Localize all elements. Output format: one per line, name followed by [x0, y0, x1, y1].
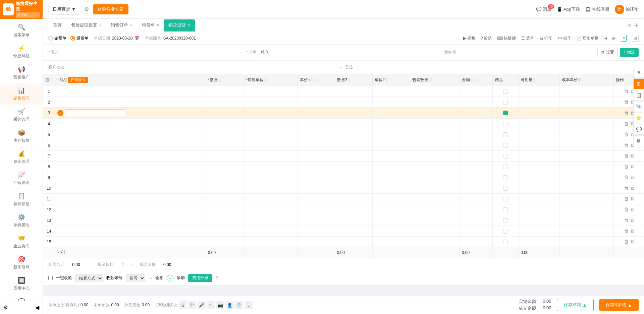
- pkg-cell-13[interactable]: [410, 215, 460, 226]
- select-action[interactable]: ☰选单: [521, 36, 534, 41]
- copy-row-icon-10[interactable]: ⧉: [631, 185, 634, 191]
- delete-row-icon-3[interactable]: 🗑: [624, 110, 629, 116]
- float-附件[interactable]: 📎: [633, 101, 644, 112]
- sidebar-item-system[interactable]: ⚙️系统管理: [0, 210, 43, 231]
- float-屏幕[interactable]: 🖥: [633, 135, 644, 146]
- cost-cell-9[interactable]: [560, 172, 614, 183]
- unit2-cell-4[interactable]: [372, 119, 410, 129]
- delete-row-icon-8[interactable]: 🗑: [624, 164, 629, 170]
- gift-checkbox-11[interactable]: [503, 197, 508, 201]
- delete-row-icon-1[interactable]: 🗑: [624, 88, 629, 94]
- pkg-cell-12[interactable]: [410, 204, 460, 215]
- print-action[interactable]: 🖨打印: [539, 36, 552, 41]
- unit-cell-9[interactable]: [243, 172, 298, 183]
- qty2-cell-2[interactable]: [335, 97, 372, 108]
- tool-camera[interactable]: 📷: [216, 301, 224, 309]
- avail-cell-14[interactable]: [519, 226, 560, 237]
- price-cell-8[interactable]: [298, 162, 335, 172]
- unit2-cell-2[interactable]: [372, 97, 410, 108]
- sidebar-item-inventory[interactable]: 📦库存核算: [0, 126, 43, 147]
- gift-cell-13[interactable]: [492, 215, 518, 226]
- qty-cell-11[interactable]: [206, 194, 243, 204]
- gift-checkbox-14[interactable]: [503, 229, 508, 234]
- unit-cell-4[interactable]: [243, 119, 298, 129]
- cost-cell-6[interactable]: [560, 140, 614, 151]
- qty-cell-2[interactable]: [206, 97, 243, 108]
- fee-dots[interactable]: ···: [149, 276, 152, 280]
- avail-cell-13[interactable]: [519, 215, 560, 226]
- qty-cell-6[interactable]: [206, 140, 243, 151]
- qty2-cell-10[interactable]: [335, 183, 372, 194]
- copy-row-icon-9[interactable]: ⧉: [631, 175, 634, 180]
- save-new-button[interactable]: 保存&新增 ▲: [599, 299, 639, 311]
- qty2-cell-13[interactable]: [335, 215, 372, 226]
- price-cell-14[interactable]: [298, 226, 335, 237]
- address-dots[interactable]: ···: [338, 65, 342, 70]
- tab-2[interactable]: 销售订单×: [106, 19, 137, 32]
- float-审批[interactable]: 📋: [633, 90, 644, 101]
- delete-row-icon-2[interactable]: 🗑: [624, 99, 629, 105]
- delete-row-icon-11[interactable]: 🗑: [624, 196, 629, 202]
- delete-row-icon-13[interactable]: 🗑: [624, 217, 629, 223]
- amount-cell-12[interactable]: [460, 204, 492, 215]
- delete-row-icon-9[interactable]: 🗑: [624, 175, 629, 180]
- unit2-cell-15[interactable]: [372, 237, 410, 247]
- history-action[interactable]: 📄历史单据: [577, 36, 599, 41]
- copy-row-icon-12[interactable]: ⧉: [631, 207, 634, 212]
- gift-checkbox-4[interactable]: [503, 122, 508, 126]
- calc-method-select[interactable]: 结算方式: [75, 274, 103, 282]
- warehouse-value[interactable]: 总仓: [259, 48, 435, 57]
- remark-input[interactable]: [356, 63, 639, 71]
- qty2-cell-12[interactable]: [335, 204, 372, 215]
- operate-action[interactable]: •••操作: [558, 36, 571, 41]
- price-cell-5[interactable]: [298, 129, 335, 140]
- gift-checkbox-10[interactable]: [503, 186, 508, 191]
- address-input[interactable]: [67, 63, 336, 71]
- tool-zh[interactable]: 中: [188, 301, 196, 309]
- delete-row-icon-4[interactable]: 🗑: [624, 121, 629, 127]
- qty2-cell-14[interactable]: [335, 226, 372, 237]
- unit-cell-15[interactable]: [243, 237, 298, 247]
- gift-cell-1[interactable]: [492, 86, 518, 97]
- qty2-cell-15[interactable]: [335, 237, 372, 247]
- sidebar-item-shortcut[interactable]: ⚡快捷导航: [0, 41, 43, 62]
- price-cell-9[interactable]: [298, 172, 335, 183]
- tab-0[interactable]: 首页: [48, 19, 66, 32]
- gift-cell-12[interactable]: [492, 204, 518, 215]
- tab-4[interactable]: 销货退货×: [164, 19, 195, 32]
- qty-cell-3[interactable]: [206, 108, 243, 119]
- radio-sale[interactable]: 销货单: [48, 36, 66, 41]
- avail-cell-3[interactable]: [519, 108, 560, 119]
- avail-cell-8[interactable]: [519, 162, 560, 172]
- pkg-cell-8[interactable]: [410, 162, 460, 172]
- cost-cell-10[interactable]: [560, 183, 614, 194]
- float-收藏[interactable]: ⭐: [633, 113, 644, 123]
- pkg-cell-1[interactable]: [410, 86, 460, 97]
- avail-cell-12[interactable]: [519, 204, 560, 215]
- amount-cell-9[interactable]: [460, 172, 492, 183]
- add-row-icon[interactable]: +: [57, 110, 63, 116]
- gift-checkbox-5[interactable]: [503, 132, 508, 137]
- copy-row-icon-11[interactable]: ⧉: [631, 196, 634, 202]
- sidebar-item-sales[interactable]: 📊销售管理: [0, 83, 43, 105]
- gift-cell-8[interactable]: [492, 162, 518, 172]
- tab-close-icon[interactable]: ×: [130, 23, 132, 27]
- product-cell-11[interactable]: [55, 194, 206, 204]
- sidebar-item-enterprise[interactable]: 🤝企业协同: [0, 231, 43, 252]
- unit2-cell-12[interactable]: [372, 204, 410, 215]
- float-列表[interactable]: ≡: [633, 67, 644, 78]
- qty-cell-1[interactable]: [206, 86, 243, 97]
- shortcut-action[interactable]: ⌨快捷键: [497, 36, 516, 41]
- price-cell-3[interactable]: [298, 108, 335, 119]
- save-draft-button[interactable]: 保存草稿 ▲: [557, 299, 594, 311]
- delete-row-icon-5[interactable]: 🗑: [624, 132, 629, 137]
- qty-cell-9[interactable]: [206, 172, 243, 183]
- product-cell-4[interactable]: [55, 119, 206, 129]
- pkg-cell-2[interactable]: [410, 97, 460, 108]
- user-profile[interactable]: 徐 徐泽华: [615, 5, 639, 14]
- settings-icon[interactable]: ⚙: [3, 304, 8, 311]
- price-cell-13[interactable]: [298, 215, 335, 226]
- amount-cell-13[interactable]: [460, 215, 492, 226]
- product-cell-3[interactable]: +: [55, 108, 206, 119]
- calendar-icon[interactable]: 📅: [135, 36, 140, 41]
